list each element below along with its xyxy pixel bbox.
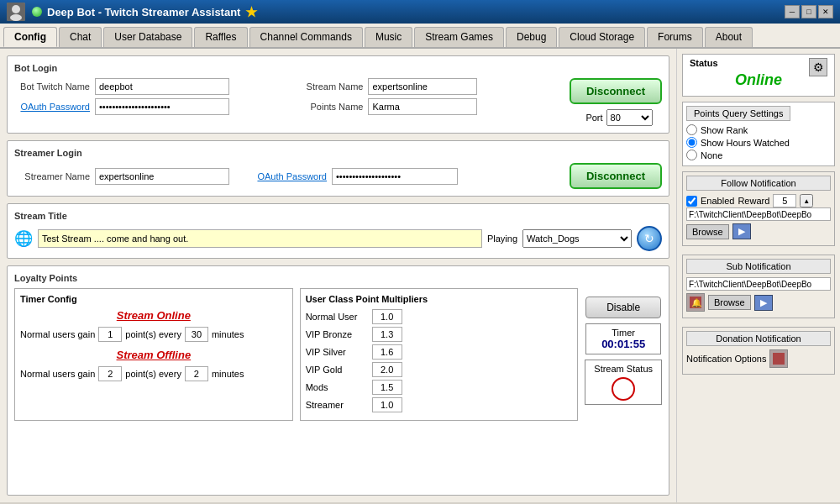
show-hours-radio[interactable]	[686, 137, 697, 148]
gear-button[interactable]: ⚙	[809, 58, 827, 76]
status-section: Status Online ⚙	[682, 54, 835, 97]
follow-notification-button[interactable]: Follow Notification	[686, 176, 831, 191]
tab-stream-games[interactable]: Stream Games	[414, 27, 504, 47]
bot-login-btn-area: Disconnect Port 80	[570, 78, 662, 126]
mult-row-4: Mods	[306, 380, 573, 395]
sub-play-button[interactable]: ▶	[754, 295, 773, 311]
close-button[interactable]: ✕	[818, 5, 833, 18]
update-button[interactable]: ↻	[637, 226, 662, 251]
stream-name-row: Stream Name	[287, 78, 552, 95]
mult-input-1[interactable]	[372, 327, 402, 342]
tab-about[interactable]: About	[705, 27, 753, 47]
donation-icon[interactable]	[769, 349, 788, 368]
mult-input-0[interactable]	[372, 309, 402, 324]
tab-config[interactable]: Config	[3, 27, 57, 47]
title-bar-left: Deep Bot - Twitch Streamer Assistant ★	[7, 3, 257, 21]
streamer-name-row: Streamer Name	[14, 168, 229, 185]
mult-label-0: Normal User	[306, 312, 369, 322]
tab-raffles[interactable]: Raffles	[194, 27, 247, 47]
sub-browse-button[interactable]: Browse	[708, 295, 751, 310]
tab-debug[interactable]: Debug	[506, 27, 557, 47]
oauth-input[interactable]	[95, 98, 229, 115]
mult-label-1: VIP Bronze	[306, 329, 369, 339]
green-dot-icon	[32, 7, 42, 17]
follow-notification-section: Follow Notification Enabled Reward ▲ Bro…	[682, 171, 835, 246]
offline-gain-label: Normal users gain	[20, 369, 95, 379]
maximize-button[interactable]: □	[801, 5, 816, 18]
online-minutes-input[interactable]	[185, 327, 208, 342]
mult-row-0: Normal User	[306, 309, 573, 324]
follow-reward-up[interactable]: ▲	[800, 194, 813, 207]
follow-browse-button[interactable]: Browse	[686, 224, 729, 239]
offline-gain-input[interactable]	[98, 366, 122, 381]
follow-play-button[interactable]: ▶	[732, 223, 751, 239]
bot-login-section: Bot Login Bot Twitch Name OAuth Password…	[7, 55, 669, 134]
none-radio[interactable]	[686, 150, 697, 160]
globe-icon: 🌐	[14, 229, 33, 248]
bot-twitch-name-input[interactable]	[95, 78, 229, 95]
bot-disconnect-button[interactable]: Disconnect	[570, 78, 662, 104]
tab-music[interactable]: Music	[365, 27, 412, 47]
star-icon: ★	[245, 4, 257, 20]
loyalty-points-title: Loyalty Points	[14, 273, 662, 283]
sub-notification-button[interactable]: Sub Notification	[686, 259, 831, 274]
streamer-name-input[interactable]	[95, 168, 229, 185]
status-online-text: Online	[735, 71, 782, 88]
follow-reward-input[interactable]	[773, 194, 796, 207]
mult-input-2[interactable]	[372, 344, 402, 360]
points-name-input[interactable]	[368, 98, 477, 115]
port-select[interactable]: 80	[606, 109, 653, 126]
loyalty-inner: Timer Config Stream Online Normal users …	[14, 288, 662, 421]
title-bar-title: Deep Bot - Twitch Streamer Assistant ★	[32, 4, 257, 20]
mult-label-3: VIP Gold	[306, 365, 369, 375]
port-label: Port	[585, 113, 602, 123]
donation-notification-button[interactable]: Donation Notification	[686, 331, 831, 346]
offline-minutes-input[interactable]	[185, 366, 208, 381]
show-hours-label: Show Hours Watched	[701, 138, 790, 148]
follow-path-input[interactable]	[686, 207, 831, 221]
stream-title-input[interactable]	[38, 229, 482, 248]
pqs-button[interactable]: Points Query Settings	[686, 106, 790, 121]
mult-row-5: Streamer	[306, 397, 573, 412]
points-name-label: Points Name	[287, 102, 363, 112]
stream-name-input[interactable]	[368, 78, 477, 95]
tab-user-database[interactable]: User Database	[103, 27, 192, 47]
streamer-oauth-input[interactable]	[332, 168, 458, 185]
stream-online-label: Stream Online	[20, 309, 287, 322]
stream-title-section: Stream Title 🌐 Playing Watch_Dogs ↻	[7, 203, 669, 259]
streamer-oauth-link[interactable]: OAuth Password	[251, 171, 327, 181]
mult-input-3[interactable]	[372, 362, 402, 377]
timer-label: Timer	[595, 328, 652, 338]
mult-input-5[interactable]	[372, 397, 402, 412]
show-rank-radio[interactable]	[686, 124, 697, 135]
tab-cloud-storage[interactable]: Cloud Storage	[559, 27, 645, 47]
loyalty-right-controls: Disable Timer 00:01:55 Stream Status	[585, 288, 662, 421]
disable-button[interactable]: Disable	[585, 297, 661, 318]
sub-path-input[interactable]	[686, 277, 831, 291]
bot-login-right: Stream Name Points Name	[287, 78, 552, 118]
offline-points-label: point(s) every	[125, 369, 181, 379]
tab-chat[interactable]: Chat	[59, 27, 102, 47]
svg-point-1	[12, 5, 20, 13]
mult-input-4[interactable]	[372, 380, 402, 395]
streamer-disconnect-button[interactable]: Disconnect	[570, 163, 662, 189]
follow-enabled-checkbox[interactable]	[686, 196, 697, 207]
mult-label-5: Streamer	[306, 400, 369, 410]
oauth-link[interactable]: OAuth Password	[14, 102, 90, 112]
sub-icon[interactable]: 🔔	[686, 293, 705, 312]
pqs-section: Points Query Settings Show Rank Show Hou…	[682, 102, 835, 166]
tab-forums[interactable]: Forums	[647, 27, 703, 47]
online-gain-input[interactable]	[98, 327, 122, 342]
timer-config-title: Timer Config	[20, 294, 287, 304]
app-title: Deep Bot - Twitch Streamer Assistant	[47, 6, 240, 18]
show-hours-row: Show Hours Watched	[686, 137, 831, 148]
multipliers-rows: Normal User VIP Bronze VIP Silver VIP Go…	[306, 309, 573, 412]
tab-channel-commands[interactable]: Channel Commands	[249, 27, 363, 47]
minimize-button[interactable]: ─	[785, 5, 800, 18]
oauth-row: OAuth Password	[14, 98, 279, 115]
game-select[interactable]: Watch_Dogs	[522, 229, 632, 248]
mult-label-2: VIP Silver	[306, 347, 369, 357]
none-row: None	[686, 150, 831, 160]
title-bar-controls: ─ □ ✕	[785, 5, 833, 18]
timer-box: Timer 00:01:55	[585, 323, 661, 354]
